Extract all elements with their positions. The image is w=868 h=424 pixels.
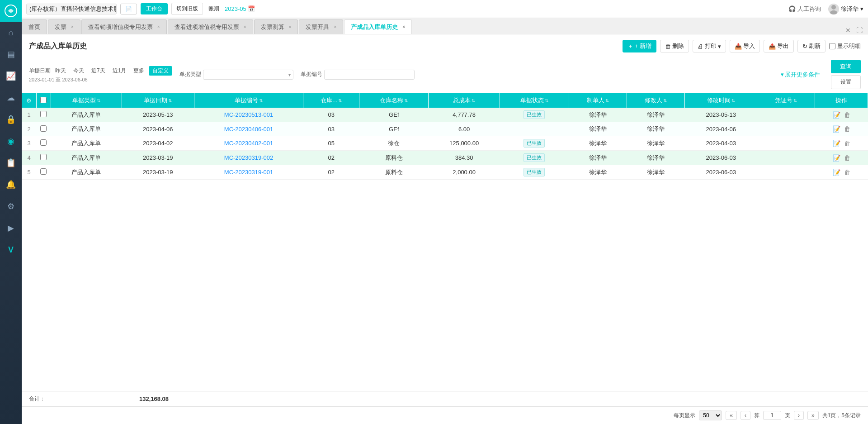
- per-page-select[interactable]: 50 100 200: [699, 410, 722, 420]
- tab-check-sales[interactable]: 查看销项增值税专用发票×: [81, 19, 167, 34]
- import-button[interactable]: 📥 导入: [730, 40, 760, 52]
- set-button[interactable]: 设置: [831, 75, 861, 89]
- sidebar-item-lock[interactable]: 🔒: [0, 109, 22, 130]
- col-header-code[interactable]: 单据编号⇅: [194, 93, 303, 108]
- date-btn-more[interactable]: 更多: [131, 66, 147, 76]
- close-icon[interactable]: ×: [244, 24, 246, 29]
- col-header-cost[interactable]: 总成本⇅: [429, 93, 500, 108]
- user-service[interactable]: 🎧 人工咨询: [788, 5, 821, 13]
- sidebar-item-analytics[interactable]: 📈: [0, 65, 22, 87]
- delete-row-button[interactable]: 🗑: [843, 125, 851, 133]
- date-btn-custom[interactable]: 自定义: [149, 66, 172, 76]
- expand-filter-btn[interactable]: ▾ 展开更多条件: [781, 71, 820, 79]
- tab-invoice-calc[interactable]: 发票测算×: [254, 19, 298, 34]
- last-page-button[interactable]: »: [807, 411, 819, 420]
- show-detail-checkbox-label[interactable]: 显示明细: [829, 42, 861, 50]
- avatar: [828, 4, 839, 14]
- delete-row-button[interactable]: 🗑: [843, 169, 851, 176]
- row-checkbox-cell[interactable]: [36, 136, 51, 151]
- close-icon[interactable]: ×: [334, 24, 336, 29]
- close-icon[interactable]: ×: [71, 24, 74, 29]
- settings-col-header[interactable]: ⚙: [22, 93, 36, 108]
- close-icon[interactable]: ×: [289, 24, 292, 29]
- page-number-input[interactable]: [763, 411, 781, 420]
- row-code[interactable]: MC-20230319-002: [194, 151, 303, 165]
- row-checkbox-cell[interactable]: [36, 122, 51, 136]
- row-code[interactable]: MC-20230319-001: [194, 165, 303, 180]
- sidebar-item-settings[interactable]: ⚙: [0, 195, 22, 217]
- table-row: 1 产品入库单 2023-05-13 MC-20230513-001 03 GE…: [22, 108, 868, 122]
- date-btn-yesterday[interactable]: 昨天: [52, 66, 69, 76]
- prev-page-button[interactable]: ‹: [741, 411, 750, 420]
- delete-row-button[interactable]: 🗑: [843, 154, 851, 162]
- export-button[interactable]: 📤 导出: [764, 40, 794, 52]
- tab-home[interactable]: 首页: [22, 19, 47, 34]
- new-button[interactable]: ＋ + 新增: [623, 40, 656, 52]
- sidebar-item-docs[interactable]: ▤: [0, 43, 22, 65]
- switch-old-button[interactable]: 切到旧版: [171, 3, 203, 15]
- row-checkbox-cell[interactable]: [36, 108, 51, 122]
- maximize-tab-button[interactable]: ⛶: [854, 27, 864, 34]
- user-avatar-area[interactable]: 徐泽华 ▾: [828, 4, 863, 14]
- row-checkbox[interactable]: [40, 168, 47, 175]
- row-code[interactable]: MC-20230406-001: [194, 122, 303, 136]
- sidebar-item-bell[interactable]: 🔔: [0, 174, 22, 195]
- row-checkbox-cell[interactable]: [36, 151, 51, 165]
- edit-row-button[interactable]: 📝: [832, 140, 841, 147]
- sidebar-item-home[interactable]: ⌂: [0, 22, 22, 43]
- close-tab-button[interactable]: ✕: [844, 27, 853, 34]
- row-checkbox[interactable]: [40, 139, 47, 146]
- close-icon[interactable]: ×: [402, 24, 405, 29]
- col-header-voucher[interactable]: 凭证号⇅: [757, 93, 815, 108]
- edit-row-button[interactable]: 📝: [832, 125, 841, 133]
- tab-check-purchase[interactable]: 查看进项增值税专用发票×: [168, 19, 253, 34]
- edit-row-button[interactable]: 📝: [832, 169, 841, 176]
- select-all-checkbox[interactable]: [40, 97, 47, 103]
- row-checkbox-cell[interactable]: [36, 165, 51, 180]
- col-header-creator[interactable]: 制单人⇅: [569, 93, 627, 108]
- show-detail-checkbox[interactable]: [829, 43, 835, 49]
- sidebar-item-cloud[interactable]: ☁: [0, 87, 22, 109]
- sidebar-item-play[interactable]: ▶: [0, 217, 22, 239]
- edit-row-button[interactable]: 📝: [832, 111, 841, 119]
- row-checkbox[interactable]: [40, 154, 47, 160]
- company-select[interactable]: (库存核算）直播轻快通信息技术股份... ▾: [26, 4, 117, 14]
- row-checkbox[interactable]: [40, 125, 47, 132]
- tab-product-inbound[interactable]: 产成品入库单历史×: [344, 19, 412, 34]
- checkbox-col-header[interactable]: [36, 93, 51, 108]
- query-button[interactable]: 查询: [831, 60, 861, 73]
- col-header-type[interactable]: 单据类型⇅: [51, 93, 122, 108]
- row-checkbox[interactable]: [40, 111, 47, 117]
- total-pages-info: 共1页，5条记录: [822, 412, 861, 419]
- date-btn-today[interactable]: 今天: [71, 66, 87, 76]
- workbench-button[interactable]: 工作台: [141, 3, 168, 14]
- col-header-wh-code[interactable]: 仓库...⇅: [303, 93, 359, 108]
- period-value[interactable]: 2023-05 📅: [225, 5, 255, 12]
- row-code[interactable]: MC-20230513-001: [194, 108, 303, 122]
- col-header-date[interactable]: 单据日期⇅: [122, 93, 194, 108]
- row-code[interactable]: MC-20230402-001: [194, 136, 303, 151]
- sidebar-item-v[interactable]: V: [0, 239, 22, 261]
- sidebar-item-circle[interactable]: ◉: [0, 130, 22, 152]
- delete-row-button[interactable]: 🗑: [843, 140, 851, 147]
- col-header-modifier[interactable]: 修改人⇅: [627, 93, 685, 108]
- sidebar-item-clipboard[interactable]: 📋: [0, 152, 22, 174]
- type-select[interactable]: [203, 70, 293, 80]
- edit-row-button[interactable]: 📝: [832, 154, 841, 162]
- next-page-button[interactable]: ›: [794, 411, 804, 420]
- col-header-status[interactable]: 单据状态⇅: [500, 93, 569, 108]
- delete-row-button[interactable]: 🗑: [843, 111, 851, 119]
- delete-button[interactable]: 🗑 删除: [660, 40, 689, 52]
- tab-invoice[interactable]: 发票×: [48, 19, 80, 34]
- doc-icon-btn[interactable]: 📄: [120, 4, 137, 14]
- col-header-wh-name[interactable]: 仓库名称⇅: [359, 93, 429, 108]
- close-icon[interactable]: ×: [157, 24, 160, 29]
- date-btn-7days[interactable]: 近7天: [89, 66, 108, 76]
- tab-invoice-open[interactable]: 发票开具×: [299, 19, 343, 34]
- col-header-modify-time[interactable]: 修改时间⇅: [685, 93, 757, 108]
- first-page-button[interactable]: «: [726, 411, 737, 420]
- num-filter-input[interactable]: [324, 70, 415, 80]
- date-btn-1month[interactable]: 近1月: [110, 66, 129, 76]
- refresh-button[interactable]: ↻ 刷新: [797, 40, 826, 52]
- print-button[interactable]: 🖨 打印 ▾: [693, 40, 726, 52]
